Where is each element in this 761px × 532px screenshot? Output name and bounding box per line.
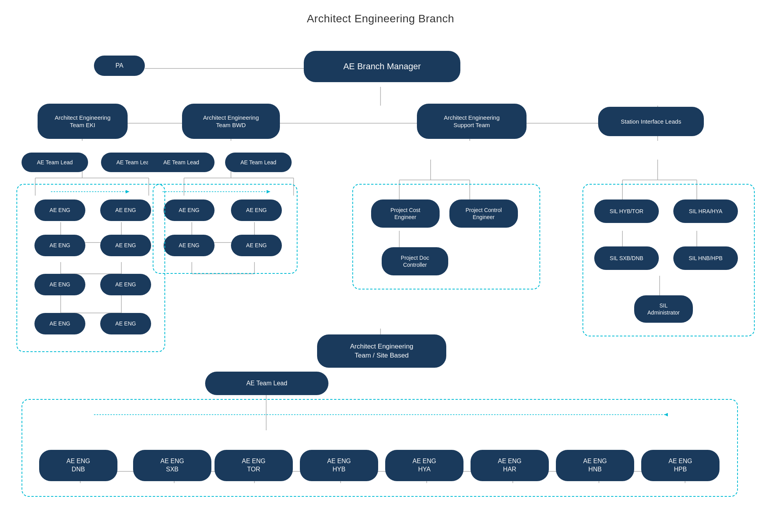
ae-team-lead-bwd-1-node: AE Team Lead [148,153,215,172]
bwd-dashed-box [153,184,298,274]
pa-node: PA [94,56,145,76]
page-title: Architect Engineering Branch [0,0,761,33]
site-based-dashed-box [22,399,738,497]
ae-team-eki-node: Architect Engineering Team EKI [38,104,128,139]
ae-team-site-based-node: Architect Engineering Team / Site Based [317,334,446,368]
ae-support-team-node: Architect Engineering Support Team [417,104,527,139]
eki-dashed-box [16,184,165,352]
ae-team-lead-eki-1-node: AE Team Lead [22,153,88,172]
ae-team-lead-site-node: AE Team Lead [205,372,328,395]
station-interface-node: Station Interface Leads [598,107,704,136]
station-dashed-box [582,184,755,336]
ae-team-bwd-node: Architect Engineering Team BWD [182,104,280,139]
ae-team-lead-bwd-2-node: AE Team Lead [225,153,292,172]
support-dashed-box [352,184,540,289]
ae-branch-manager-node: AE Branch Manager [304,51,460,82]
